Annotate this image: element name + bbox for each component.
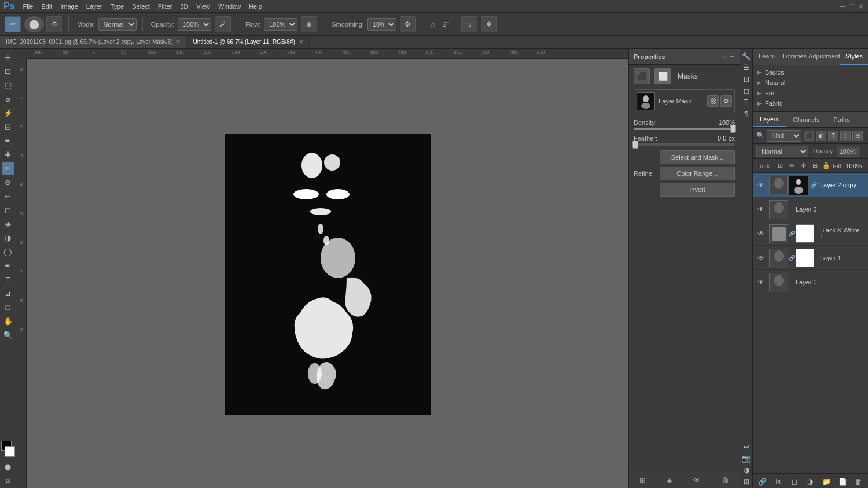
pixel-mask-btn[interactable]: ⬛	[634, 68, 650, 84]
pressure-opacity-btn[interactable]: 🖊	[215, 16, 231, 32]
mask-link-btn[interactable]: ⛓	[707, 95, 719, 107]
menu-filter[interactable]: Filter	[158, 3, 172, 10]
layer2copy-visibility[interactable]: 👁	[756, 180, 766, 190]
delete-layer-btn[interactable]: 🗑	[853, 476, 865, 487]
feather-slider-thumb[interactable]	[632, 141, 638, 149]
text-icon[interactable]: T	[741, 97, 752, 108]
clone-tool[interactable]: ⊕	[2, 176, 14, 188]
mask-options-btn[interactable]: ⚙	[720, 95, 732, 107]
menu-icon[interactable]: ☰	[729, 53, 735, 60]
lock-draw-icon[interactable]: ✏	[787, 161, 797, 171]
airbrush-btn[interactable]: ⊕	[301, 16, 317, 32]
style-item-fur[interactable]: ▶ Fur	[753, 88, 868, 98]
select-mask-btn[interactable]: Select and Mask...	[660, 150, 735, 164]
tab-learn[interactable]: Learn	[753, 49, 781, 65]
mode-select[interactable]: Normal	[98, 18, 137, 31]
layers-tab-channels[interactable]: Channels	[786, 112, 826, 127]
gradient-tool[interactable]: ◈	[2, 217, 14, 230]
smoothing-select[interactable]: 10%	[367, 18, 396, 31]
select-tool[interactable]: ⬚	[2, 79, 14, 91]
brush-settings-btn[interactable]: ⚙	[46, 16, 62, 32]
type-kind-icon[interactable]: T	[828, 131, 838, 141]
style-item-natural[interactable]: ▶ Natural	[753, 77, 868, 88]
layer0-visibility[interactable]: 👁	[756, 278, 766, 287]
color-range-btn[interactable]: Color Range...	[660, 167, 735, 180]
layer-row-layer0[interactable]: 👁 Layer 0	[753, 270, 868, 294]
new-group-btn[interactable]: 📁	[821, 476, 832, 487]
style-item-basics[interactable]: ▶ Basics	[753, 67, 868, 77]
lasso-tool[interactable]: ⌀	[2, 93, 14, 105]
tab-libraries[interactable]: Libraries	[781, 49, 808, 65]
menu-select[interactable]: Select	[132, 3, 150, 10]
layer-effects-btn[interactable]: fx	[773, 476, 784, 487]
pressure-btn[interactable]: ❄	[481, 16, 497, 32]
close-btn[interactable]: ✕	[858, 2, 865, 11]
brush-preset-btn[interactable]: ⬤	[24, 16, 44, 32]
screen-mode-btn[interactable]: ⊡	[2, 474, 14, 487]
blend-mode-select[interactable]: Normal	[756, 146, 808, 157]
shape-tool[interactable]: □	[2, 301, 14, 313]
adj-kind-icon[interactable]: ◐	[816, 131, 826, 141]
lock-pixels-icon[interactable]: ⊡	[775, 161, 785, 171]
expand-icon[interactable]: »	[723, 53, 727, 60]
maximize-btn[interactable]: □	[849, 2, 854, 11]
menu-type[interactable]: Type	[110, 3, 124, 10]
kind-select[interactable]: Kind	[767, 130, 801, 142]
minimize-btn[interactable]: ─	[840, 2, 846, 11]
layer2-visibility[interactable]: 👁	[756, 205, 766, 214]
props-footer-eye-icon[interactable]: 👁	[693, 476, 701, 485]
tab-adjustment[interactable]: Adjustment	[808, 49, 840, 65]
density-slider-track[interactable]	[634, 128, 735, 130]
layer-row-layer1[interactable]: 👁 🔗 Layer 1	[753, 246, 868, 270]
history-icon[interactable]: ↩	[741, 442, 752, 452]
brush-tool-btn[interactable]: ✏	[5, 16, 21, 32]
type-tool[interactable]: T	[2, 273, 14, 286]
dodge-tool[interactable]: ◯	[2, 245, 14, 258]
flow-select[interactable]: 100%	[264, 18, 297, 31]
symmetry-btn[interactable]: ⌂	[461, 16, 477, 32]
tab-1[interactable]: IMG_20201108_0001.jpg @ 66.7% (Layer 2 c…	[0, 36, 187, 48]
blur-tool[interactable]: ◑	[2, 231, 14, 244]
layer-row-layer2[interactable]: 👁 Layer 2	[753, 197, 868, 221]
eyedropper-tool[interactable]: ✒	[2, 134, 14, 147]
pixel-kind-icon[interactable]: ⬛	[804, 131, 814, 141]
invert-btn[interactable]: Invert	[660, 183, 735, 197]
artboard-tool[interactable]: ⊡	[2, 65, 14, 77]
pen-tool[interactable]: ✒	[2, 259, 14, 272]
props-footer-mask-icon[interactable]: ◈	[667, 476, 672, 485]
tab-2-close[interactable]: ✕	[299, 39, 303, 45]
new-layer-btn[interactable]: 📄	[837, 476, 848, 487]
crop-tool[interactable]: ⊞	[2, 120, 14, 133]
menu-view[interactable]: View	[196, 3, 210, 10]
tab-styles[interactable]: Styles	[840, 49, 868, 65]
menu-edit[interactable]: Edit	[41, 3, 52, 10]
tab-1-close[interactable]: ✕	[176, 39, 181, 45]
props-footer-delete-icon[interactable]: 🗑	[722, 476, 729, 485]
history-tool[interactable]: ↩	[2, 190, 14, 202]
add-mask-btn[interactable]: ◻	[789, 476, 800, 487]
menu-image[interactable]: Image	[60, 3, 78, 10]
bw1-visibility[interactable]: 👁	[756, 229, 766, 238]
layers-icon[interactable]: ⊡	[741, 74, 752, 84]
masks-icon[interactable]: ◻	[741, 86, 752, 96]
lock-artboard-icon[interactable]: ⊞	[810, 161, 820, 171]
opacity-input[interactable]	[837, 146, 859, 157]
quick-mask-btn[interactable]: ⬤	[2, 460, 14, 473]
canvas-content[interactable]	[27, 59, 628, 488]
opacity-select[interactable]: 100%	[178, 18, 211, 31]
move-tool[interactable]: ✛	[2, 51, 14, 64]
menu-file[interactable]: File	[23, 3, 34, 10]
smoothing-settings-btn[interactable]: ⚙	[400, 16, 416, 32]
layers-tab-paths[interactable]: Paths	[827, 112, 857, 127]
canvas-image[interactable]	[225, 134, 431, 415]
hand-tool[interactable]: ✋	[2, 315, 14, 327]
menu-window[interactable]: Window	[218, 3, 241, 10]
density-slider-thumb[interactable]	[730, 125, 736, 133]
tab-2[interactable]: Untitled-1 @ 66.7% (Layer 11, RGB/8#) ✕	[187, 36, 309, 48]
magic-wand-tool[interactable]: ⚡	[2, 106, 14, 119]
filter-icon[interactable]: ◑	[741, 465, 752, 475]
shape-kind-icon[interactable]: □	[840, 131, 851, 141]
menu-help[interactable]: Help	[249, 3, 262, 10]
layers-tab-layers[interactable]: Layers	[753, 112, 786, 127]
eraser-tool[interactable]: ◻	[2, 204, 14, 216]
